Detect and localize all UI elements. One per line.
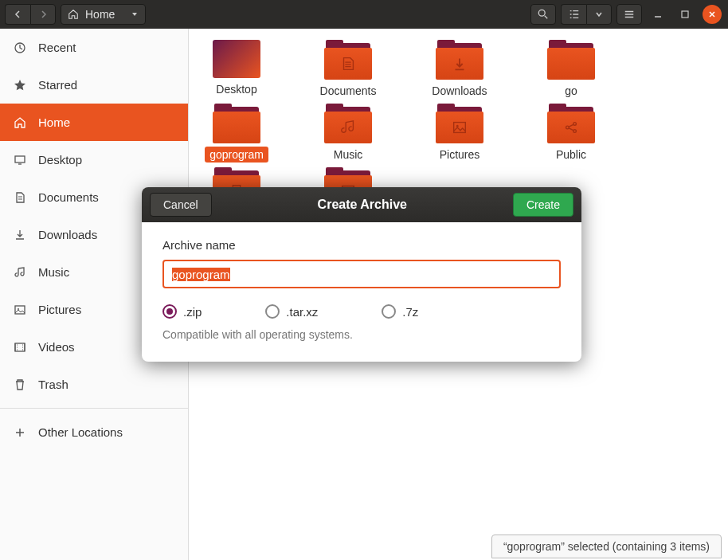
sidebar-item-label: Recent (38, 41, 76, 54)
pictures-icon (13, 303, 27, 317)
chevron-left-icon (14, 10, 22, 18)
folder-downloads[interactable]: Downloads (420, 40, 499, 99)
close-button[interactable] (703, 5, 722, 24)
trash-icon (13, 378, 27, 392)
nav-back-forward (5, 4, 56, 25)
back-button[interactable] (5, 4, 30, 25)
svg-point-10 (573, 123, 577, 126)
folder-public[interactable]: Public (531, 104, 611, 163)
plus-icon (13, 425, 27, 440)
dialog-title: Create Archive (318, 198, 407, 212)
folder-icon (324, 104, 372, 143)
sidebar-item-trash[interactable]: Trash (0, 366, 188, 403)
star-icon (13, 78, 27, 92)
search-icon (538, 9, 549, 20)
chevron-right-icon (39, 10, 47, 18)
sidebar-item-label: Home (38, 116, 70, 129)
archive-name-label: Archive name (162, 238, 561, 252)
format-label: .7z (402, 305, 418, 319)
create-button[interactable]: Create (513, 193, 573, 217)
folder-label: Music (329, 147, 368, 163)
folder-music[interactable]: Music (308, 104, 388, 163)
sidebar-item-label: Documents (38, 190, 99, 204)
maximize-icon (680, 10, 690, 19)
folder-label: Public (551, 147, 591, 163)
sidebar-separator (0, 408, 188, 409)
home-icon (13, 116, 27, 130)
sidebar-other-locations[interactable]: Other Locations (0, 413, 188, 451)
folder-documents[interactable]: Documents (308, 40, 388, 99)
archive-name-input[interactable] (162, 260, 561, 288)
desktop-icon (13, 153, 27, 167)
format-hint: Compatible with all operating systems. (162, 328, 561, 341)
folder-icon (324, 40, 372, 80)
sidebar-item-label: Pictures (38, 303, 81, 316)
format-option-7z[interactable]: .7z (382, 304, 418, 319)
folder-pictures[interactable]: Pictures (420, 104, 499, 163)
dropdown-icon (131, 10, 139, 18)
list-view-button[interactable] (561, 4, 586, 25)
sidebar-item-label: Downloads (38, 228, 97, 241)
dialog-header: Cancel Create Archive Create (142, 187, 581, 222)
svg-point-9 (566, 126, 569, 129)
chevron-down-icon (595, 10, 603, 18)
svg-rect-4 (15, 306, 25, 314)
recent-icon (13, 41, 27, 55)
maximize-button[interactable] (675, 5, 695, 24)
radio-icon (382, 304, 396, 319)
create-archive-dialog: Cancel Create Archive Create Archive nam… (142, 187, 581, 362)
folder-goprogram[interactable]: goprogram (197, 104, 276, 163)
status-text: “goprogram” selected (containing 3 items… (503, 540, 710, 553)
home-icon (68, 9, 79, 20)
menu-button[interactable] (616, 4, 642, 25)
documents-icon (13, 190, 27, 205)
music-icon (13, 265, 27, 280)
folder-label: goprogram (205, 147, 268, 163)
folder-icon (436, 40, 483, 80)
folder-icon (547, 40, 595, 80)
header-bar: Home (0, 0, 728, 29)
folder-go[interactable]: go (531, 40, 611, 99)
sidebar-item-label: Videos (38, 340, 75, 354)
list-icon (569, 9, 580, 20)
path-bar[interactable]: Home (61, 4, 146, 25)
folder-desktop[interactable]: Desktop (197, 40, 276, 99)
format-label: .zip (183, 305, 202, 319)
search-button[interactable] (530, 4, 556, 25)
sidebar-item-label: Trash (38, 378, 68, 391)
minimize-icon (653, 10, 663, 19)
sidebar-item-starred[interactable]: Starred (0, 66, 188, 104)
hamburger-icon (624, 9, 635, 20)
status-bar: “goprogram” selected (containing 3 items… (491, 535, 722, 558)
folder-icon (547, 104, 595, 143)
format-option-zip[interactable]: .zip (162, 304, 202, 319)
folder-label: go (560, 83, 582, 99)
folder-icon (213, 104, 260, 143)
view-controls (561, 4, 612, 25)
svg-rect-3 (15, 156, 25, 163)
radio-icon (265, 304, 280, 319)
sidebar-item-recent[interactable]: Recent (0, 29, 188, 66)
folder-label: Pictures (435, 147, 485, 163)
folder-icon (436, 104, 483, 143)
svg-point-0 (538, 10, 545, 16)
format-radio-group: .zip.tar.xz.7z (162, 304, 561, 319)
svg-rect-7 (454, 123, 466, 133)
folder-label: Documents (315, 83, 382, 99)
format-option-tarxz[interactable]: .tar.xz (265, 304, 318, 319)
minimize-button[interactable] (648, 5, 667, 24)
sidebar-item-label: Other Locations (38, 425, 123, 439)
dialog-body: Archive name .zip.tar.xz.7z Compatible w… (142, 222, 581, 362)
sidebar-item-label: Starred (38, 78, 77, 92)
downloads-icon (13, 228, 27, 242)
view-options-button[interactable] (586, 4, 612, 25)
sidebar-item-home[interactable]: Home (0, 104, 188, 141)
forward-button[interactable] (30, 4, 56, 25)
close-icon (708, 10, 716, 18)
sidebar-item-desktop[interactable]: Desktop (0, 141, 188, 178)
folder-label: Desktop (211, 81, 261, 97)
cancel-button[interactable]: Cancel (150, 193, 212, 217)
folder-label: Downloads (427, 83, 491, 99)
svg-point-11 (573, 130, 577, 133)
format-label: .tar.xz (286, 305, 318, 319)
